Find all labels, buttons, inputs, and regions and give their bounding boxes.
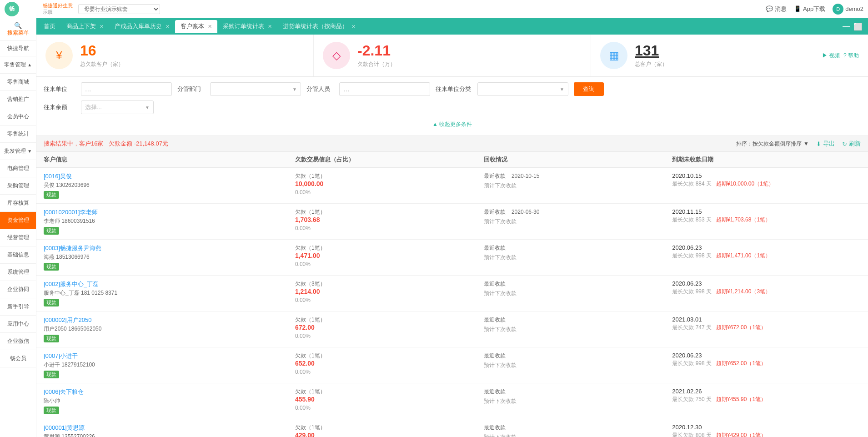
- due-date: 2020.06.23: [672, 280, 861, 287]
- sidebar-item-basic[interactable]: 基础信息: [0, 246, 36, 264]
- debt-cell: 欠款（1笔） 10,000.00 0.00%: [295, 172, 484, 196]
- debt-percent: 0.00%: [295, 297, 484, 303]
- sidebar-item-ecom[interactable]: 电商管理: [0, 160, 36, 177]
- due-date: 2021.02.26: [672, 388, 861, 395]
- help-btn[interactable]: ? 帮助: [843, 52, 859, 60]
- result-info: 搜索结果中，客户16家 欠款金额 -21,148.07元: [44, 140, 168, 148]
- sidebar-quick-nav[interactable]: 快捷导航: [0, 41, 36, 56]
- sidebar-item-member2[interactable]: 畅会员: [0, 350, 36, 367]
- customer-phone: 海燕 18513066976: [44, 253, 295, 261]
- customer-name[interactable]: [0007]小进干: [44, 352, 295, 360]
- sidebar-item-marketing[interactable]: 营销推广: [0, 91, 36, 108]
- customer-name[interactable]: [000002]用户2050: [44, 316, 295, 324]
- overdue-days: 最长欠款 853 天 超期¥1,703.68（1笔）: [672, 216, 861, 224]
- sidebar-item-apps[interactable]: 应用中心: [0, 316, 36, 333]
- customer-name[interactable]: [0006]去下粮仓: [44, 388, 295, 396]
- card-icon-building: ▦: [600, 42, 627, 69]
- debt-cell: 欠款（3笔） 1,214.00 0.00%: [295, 280, 484, 303]
- close-icon[interactable]: ✕: [166, 24, 170, 30]
- card2-label: 欠款合计（万）: [357, 60, 396, 68]
- video-btn[interactable]: ▶ 视频: [822, 52, 840, 60]
- close-icon[interactable]: ✕: [100, 24, 104, 30]
- customer-tag: 现款: [44, 263, 59, 271]
- collect-cell: 最近收款 2020-10-15 预计下次收款: [484, 172, 672, 190]
- overdue-amount[interactable]: 超期¥455.90（1笔）: [716, 396, 766, 402]
- user-avatar[interactable]: D demo2: [833, 4, 863, 15]
- debt-cell: 欠款（1笔） 672.00 0.00%: [295, 316, 484, 339]
- tab-customer-account[interactable]: 客户账本 ✕: [175, 20, 217, 33]
- overdue-amount[interactable]: 超期¥10,000.00（1笔）: [716, 181, 774, 187]
- collapse-btn[interactable]: ▲ 收起更多条件: [44, 119, 861, 130]
- close-icon[interactable]: ✕: [268, 24, 272, 30]
- close-icon[interactable]: ✕: [351, 24, 356, 30]
- sidebar-search[interactable]: 🔍 搜索菜单: [0, 18, 36, 41]
- unit-class-select[interactable]: ▼: [477, 82, 568, 96]
- avatar: D: [833, 4, 843, 15]
- sidebar-item-inventory[interactable]: 库存核算: [0, 195, 36, 212]
- customer-name[interactable]: [0001020001]李老师: [44, 208, 295, 216]
- company-select[interactable]: 母婴行业演示账套: [78, 4, 160, 14]
- sidebar-item-member[interactable]: 会员中心: [0, 108, 36, 126]
- card1-number: 16: [80, 43, 124, 59]
- search-button[interactable]: 查询: [574, 82, 604, 96]
- customer-info-cell: [0001020001]李老师 李老师 18600391516 现款: [44, 208, 295, 235]
- sidebar-item-wecom[interactable]: 企业微信: [0, 333, 36, 350]
- overdue-cell: 2021.03.01 最长欠款 747 天 超期¥672.00（1笔）: [672, 316, 861, 332]
- customer-name[interactable]: [0002]服务中心_丁磊: [44, 280, 295, 288]
- customer-phone: 李老师 18600391516: [44, 217, 295, 225]
- export-btn[interactable]: ⬇ 导出: [816, 140, 835, 148]
- card-icon-diamond: ◇: [323, 42, 350, 69]
- customer-info-cell: [000001]黄思源 黄思源 13552700226 现款: [44, 424, 295, 437]
- sidebar-item-retail-mall[interactable]: 零售商城: [0, 74, 36, 91]
- customer-name[interactable]: [000001]黄思源: [44, 424, 295, 432]
- sidebar-item-purchase[interactable]: 采购管理: [0, 177, 36, 195]
- sidebar-item-finance[interactable]: 资金管理: [0, 212, 36, 229]
- card3-label: 总客户（家）: [635, 60, 667, 68]
- dept-select[interactable]: ▼: [210, 82, 301, 96]
- tab-purchase-order[interactable]: 采购订单统计表 ✕: [217, 20, 277, 33]
- overdue-amount[interactable]: 超期¥1,703.68（1笔）: [716, 216, 771, 223]
- sort-select[interactable]: 排序：按欠款金额倒序排序 ▼: [736, 140, 809, 148]
- tab-product-status[interactable]: 商品上下架 ✕: [61, 20, 109, 33]
- customer-name[interactable]: [0016]吴俊: [44, 172, 295, 181]
- sidebar-item-newbie[interactable]: 新手引导: [0, 298, 36, 316]
- overdue-amount[interactable]: 超期¥1,471.00（1笔）: [716, 252, 771, 259]
- source-unit-input[interactable]: ...: [81, 82, 172, 96]
- card1-label: 总欠款客户（家）: [80, 60, 124, 68]
- refresh-btn[interactable]: ↻ 刷新: [842, 140, 861, 148]
- collect-cell: 最近收款 预计下次收款: [484, 280, 672, 297]
- tab-product-history[interactable]: 产成品入库单历史 ✕: [109, 20, 175, 33]
- sidebar-item-system[interactable]: 系统管理: [0, 264, 36, 281]
- close-icon[interactable]: ✕: [208, 24, 212, 30]
- collect-cell: 最近收款 2020-06-30 预计下次收款: [484, 208, 672, 226]
- overdue-cell: 2020.12.30 最长欠款 808 天 超期¥429.00（1笔）: [672, 424, 861, 437]
- sidebar-item-ops[interactable]: 经营管理: [0, 229, 36, 246]
- tab-import-stats[interactable]: 进货单统计表（按商品） ✕: [277, 20, 361, 33]
- sidebar-item-corp[interactable]: 企业协同: [0, 281, 36, 298]
- overdue-amount[interactable]: 超期¥672.00（1笔）: [716, 324, 766, 331]
- sidebar-item-retail-mgmt[interactable]: 零售管理 ▲: [0, 56, 36, 74]
- overdue-amount[interactable]: 超期¥1,214.00（3笔）: [716, 288, 771, 295]
- sidebar-item-batch-mgmt[interactable]: 批发管理 ▼: [0, 143, 36, 160]
- last-collect: 最近收款: [484, 352, 672, 360]
- person-input[interactable]: ...: [339, 82, 430, 96]
- maximize-icon[interactable]: ⬜: [853, 22, 863, 31]
- sidebar-item-retail-stats[interactable]: 零售统计: [0, 126, 36, 143]
- table-container: 客户信息 欠款交易信息（占比） 回收情况 到期未收款日期 [0016]吴俊 吴俊…: [36, 152, 868, 437]
- table-row: [0002]服务中心_丁磊 服务中心_丁磊 181 0125 8371 现款 欠…: [36, 276, 868, 311]
- chevron-down-icon-balance: ▼: [145, 105, 150, 110]
- debt-amount: 429.00: [295, 432, 484, 437]
- customer-name[interactable]: [0003]畅捷服务尹海燕: [44, 244, 295, 252]
- collect-cell: 最近收款 预计下次收款: [484, 424, 672, 437]
- minimize-icon[interactable]: —: [843, 22, 850, 31]
- balance-select[interactable]: 选择... ▼: [81, 100, 154, 114]
- next-collect: 预计下次收款: [484, 362, 672, 369]
- app-download-btn[interactable]: 📱 App下载: [794, 5, 825, 13]
- card-debt-total: ◇ -2.11 欠款合计（万）: [314, 35, 591, 76]
- customer-info-cell: [0016]吴俊 吴俊 13026203696 现款: [44, 172, 295, 199]
- message-btn[interactable]: 💬 消息: [766, 5, 787, 13]
- overdue-cell: 2020.10.15 最长欠款 884 天 超期¥10,000.00（1笔）: [672, 172, 861, 188]
- overdue-amount[interactable]: 超期¥429.00（1笔）: [716, 432, 766, 437]
- tab-home[interactable]: 首页: [38, 20, 61, 33]
- overdue-amount[interactable]: 超期¥652.00（1笔）: [716, 360, 766, 367]
